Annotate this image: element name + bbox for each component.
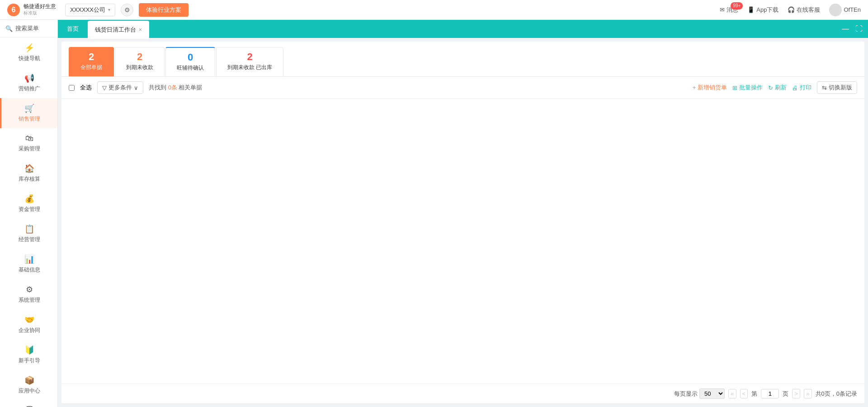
stats-tab-overdue[interactable]: 2 到期未收款 <box>115 47 165 76</box>
sidebar-item-label: 快捷导航 <box>19 55 40 62</box>
logo-text-block: 畅捷通好生意 标准版 <box>24 3 56 17</box>
guide-icon: 🔰 <box>24 345 34 355</box>
sidebar-search[interactable]: 🔍 搜索菜单 <box>0 20 57 37</box>
basics-icon: 📊 <box>24 254 34 264</box>
refresh-icon: ↻ <box>768 84 773 91</box>
sales-icon: 🛒 <box>24 103 34 113</box>
sidebar-item-finance[interactable]: 💰 资金管理 <box>0 188 57 219</box>
stats-tab-all[interactable]: 2 全部单据 <box>69 47 114 76</box>
tab-maximize-button[interactable]: ⛶ <box>854 23 864 35</box>
logo-text: 畅捷通好生意 <box>24 3 56 10</box>
page-content: 2 全部单据 2 到期未收款 0 旺辅待确认 2 到期未收款 已出库 <box>61 42 864 403</box>
table-area <box>61 99 864 384</box>
sidebar-item-label: 营销推广 <box>19 85 40 93</box>
next-page-button[interactable]: > <box>792 389 800 398</box>
settings-gear-button[interactable]: ⚙ <box>121 4 133 16</box>
sidebar-item-quick-nav[interactable]: ⚡ 快捷导航 <box>0 37 57 68</box>
sidebar-item-guide[interactable]: 🔰 新手引导 <box>0 340 57 370</box>
switch-version-button[interactable]: ⇆ 切换新版 <box>817 81 857 94</box>
page-number-input[interactable] <box>761 389 779 398</box>
batch-label: 批量操作 <box>739 84 763 92</box>
sidebar-item-sales[interactable]: 🛒 销售管理 <box>0 98 57 128</box>
tab-home[interactable]: 首页 <box>58 20 88 38</box>
content-area: 首页 钱货日清工作台 × — ⛶ 2 全部单据 2 到期未收款 <box>58 20 868 407</box>
last-page-button[interactable]: » <box>804 389 811 398</box>
refresh-button[interactable]: ↻ 刷新 <box>768 84 787 92</box>
search-icon: 🔍 <box>5 25 13 32</box>
pagination: 每页显示 50 10 20 100 « < 第 页 > » 共0页，0条记录 <box>61 384 864 403</box>
header-middle: ⚙ 体验行业方案 <box>121 3 189 17</box>
filter-button[interactable]: ▽ 更多条件 ∨ <box>97 81 143 94</box>
message-badge: 99+ <box>731 2 743 9</box>
tab-current[interactable]: 钱货日清工作台 × <box>88 21 149 39</box>
inventory-icon: 🏠 <box>24 164 34 173</box>
tab-minimize-button[interactable]: — <box>840 23 851 35</box>
sidebar-item-label: 采购管理 <box>19 145 40 153</box>
company-name: XXXXXX公司 <box>70 6 105 14</box>
logo-area: 6 畅捷通好生意 标准版 <box>7 3 65 17</box>
tab-current-label: 钱货日清工作台 <box>95 26 136 34</box>
batch-operation-button[interactable]: ⊞ 批量操作 <box>732 84 763 92</box>
finance-icon: 💰 <box>24 194 34 204</box>
system-icon: ⚙ <box>26 285 33 295</box>
page-label: 第 <box>751 390 757 398</box>
sidebar-item-system[interactable]: ⚙ 系统管理 <box>0 279 57 309</box>
online-service-button[interactable]: 🎧 在线客服 <box>788 6 820 14</box>
first-page-button[interactable]: « <box>728 389 736 398</box>
company-selector[interactable]: XXXXXX公司 ▾ <box>65 4 115 16</box>
stats-tab-pending[interactable]: 0 旺辅待确认 <box>165 47 215 76</box>
filter-arrow-icon: ∨ <box>134 84 138 91</box>
username-label: OfTEn <box>844 6 861 13</box>
logo-sub: 标准版 <box>24 10 56 16</box>
sidebar-item-wechat[interactable]: 💬 企业微信 <box>0 400 57 407</box>
logo-icon: 6 <box>7 4 20 16</box>
sidebar-item-basics[interactable]: 📊 基础信息 <box>0 249 57 279</box>
filter-label: 更多条件 <box>108 84 132 92</box>
tab-close-button[interactable]: × <box>139 27 142 33</box>
select-all-checkbox[interactable] <box>69 85 75 91</box>
add-sales-order-button[interactable]: + 新增销货单 <box>693 84 727 92</box>
sidebar-item-label: 系统管理 <box>19 296 40 304</box>
app-download-button[interactable]: 📱 App下载 <box>747 6 778 14</box>
sidebar-item-label: 应用中心 <box>19 387 40 395</box>
sidebar-item-label: 销售管理 <box>19 115 40 123</box>
app-center-icon: 📦 <box>24 375 34 385</box>
page-size-select: 每页显示 50 10 20 100 <box>674 388 725 399</box>
page-size-label: 每页显示 <box>674 390 698 398</box>
sidebar-item-label: 基础信息 <box>19 266 40 274</box>
toolbar: 全选 ▽ 更多条件 ∨ 共找到 0条 相关单据 + 新增销货单 ⊞ 批量操作 <box>61 77 864 99</box>
prev-page-button[interactable]: < <box>740 389 748 398</box>
stats-tab-all-number: 2 <box>89 51 94 63</box>
tab-bar-right: — ⛶ <box>840 23 868 35</box>
found-prefix: 共找到 <box>149 84 166 91</box>
stats-tab-overdue-out[interactable]: 2 到期未收款 已出库 <box>216 47 283 76</box>
sidebar-item-app-center[interactable]: 📦 应用中心 <box>0 370 57 400</box>
sidebar-item-enterprise[interactable]: 🤝 企业协同 <box>0 309 57 340</box>
sidebar: 🔍 搜索菜单 ⚡ 快捷导航 📢 营销推广 🛒 销售管理 🛍 采购管理 🏠 库存核… <box>0 20 58 407</box>
message-button[interactable]: ✉ 消息 99+ <box>720 6 738 14</box>
stats-tab-pending-number: 0 <box>188 51 193 63</box>
marketing-icon: 📢 <box>24 73 34 83</box>
online-service-label: 在线客服 <box>797 6 820 14</box>
page-size-dropdown[interactable]: 50 10 20 100 <box>699 388 725 399</box>
message-icon: ✉ <box>720 6 725 13</box>
sidebar-item-operations[interactable]: 📋 经营管理 <box>0 219 57 249</box>
stats-tab-overdue-out-number: 2 <box>247 51 253 63</box>
print-button[interactable]: 🖨 打印 <box>792 84 811 92</box>
sidebar-item-inventory[interactable]: 🏠 库存核算 <box>0 158 57 188</box>
stats-tab-overdue-label: 到期未收款 <box>126 64 153 71</box>
app-download-icon: 📱 <box>747 6 755 13</box>
stats-tab-overdue-out-label: 到期未收款 已出库 <box>227 64 272 71</box>
sidebar-item-marketing[interactable]: 📢 营销推广 <box>0 68 57 98</box>
sidebar-item-label: 资金管理 <box>19 206 40 213</box>
page-suffix: 页 <box>783 390 788 398</box>
search-menu-label: 搜索菜单 <box>15 24 39 33</box>
filter-icon: ▽ <box>102 84 107 91</box>
top-header: 6 畅捷通好生意 标准版 XXXXXX公司 ▾ ⚙ 体验行业方案 ✉ 消息 99… <box>0 0 868 20</box>
trial-industry-button[interactable]: 体验行业方案 <box>139 3 189 17</box>
tab-bar: 首页 钱货日清工作台 × — ⛶ <box>58 20 868 38</box>
user-avatar-area[interactable]: OfTEn <box>829 4 861 16</box>
found-text: 共找到 0条 相关单据 <box>149 84 202 92</box>
sidebar-item-purchase[interactable]: 🛍 采购管理 <box>0 128 57 158</box>
app-download-label: App下载 <box>756 6 778 14</box>
